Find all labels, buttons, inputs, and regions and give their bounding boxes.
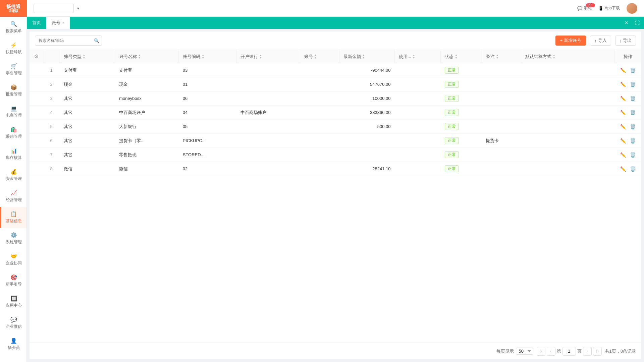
sidebar-item-operations[interactable]: 📈 经营管理 <box>0 186 26 207</box>
sidebar-item-guide[interactable]: 🎯 新手引导 <box>0 270 26 291</box>
tab-fullscreen-button[interactable]: ⛶ <box>633 19 641 27</box>
sidebar-item-inventory[interactable]: 📊 库存核算 <box>0 143 26 165</box>
topbar-search-input[interactable] <box>34 4 74 13</box>
import-button[interactable]: ↑ 导入 <box>590 36 611 46</box>
sidebar-item-quicknav[interactable]: ⚡ 快捷导航 <box>0 38 26 59</box>
row-status: 正常 <box>441 77 482 92</box>
user-avatar[interactable] <box>627 3 637 14</box>
edit-icon[interactable]: ✏️ <box>619 138 627 143</box>
row-status: 正常 <box>441 134 482 148</box>
tab-close-icon[interactable]: × <box>62 21 64 25</box>
delete-icon[interactable]: 🗑️ <box>629 82 637 87</box>
row-settings-cell <box>30 120 43 134</box>
prev-page-button[interactable]: ⟨ <box>547 347 555 356</box>
th-type[interactable]: 账号类型 ▲▼ <box>60 50 115 63</box>
row-account <box>300 162 339 176</box>
th-bank[interactable]: 开户银行 ▲▼ <box>236 50 300 63</box>
row-balance: 28241.10 <box>339 162 394 176</box>
column-settings-icon[interactable]: ⚙ <box>34 54 39 59</box>
delete-icon[interactable]: 🗑️ <box>629 166 637 172</box>
app-logo: 畅捷通 乐惠版 <box>0 0 27 17</box>
sidebar-item-basic-info[interactable]: 📋 基础信息 <box>0 207 26 228</box>
delete-icon[interactable]: 🗑️ <box>629 124 637 129</box>
row-index: 5 <box>43 120 60 134</box>
row-settings-cell <box>30 77 43 92</box>
th-code[interactable]: 账号编码 ▲▼ <box>179 50 236 63</box>
th-usage[interactable]: 使用... ▲▼ <box>394 50 440 63</box>
sidebar-item-system[interactable]: ⚙️ 系统管理 <box>0 228 26 249</box>
row-code: 05 <box>179 120 236 134</box>
edit-icon[interactable]: ✏️ <box>619 166 627 172</box>
export-button[interactable]: ↓ 导出 <box>615 36 636 46</box>
th-settings: ⚙ <box>30 50 43 63</box>
toolbar-right: + 新增账号 ↑ 导入 ↓ 导出 <box>555 36 636 46</box>
sidebar-item-retail[interactable]: 🛒 零售管理 <box>0 59 26 80</box>
sidebar-item-appcenter[interactable]: 🔲 应用中心 <box>0 291 26 312</box>
row-account <box>300 92 339 106</box>
row-actions: ✏️ 🗑️ <box>614 77 641 92</box>
next-page-button[interactable]: ⟩ <box>583 347 592 356</box>
row-usage <box>394 63 440 77</box>
row-type: 其它 <box>60 134 115 148</box>
sidebar-item-member[interactable]: 👤 畅会员 <box>0 334 26 355</box>
row-actions: ✏️ 🗑️ <box>614 63 641 77</box>
delete-icon[interactable]: 🗑️ <box>629 96 637 101</box>
row-settlement <box>521 134 614 148</box>
page-size-select[interactable]: 50 100 200 <box>516 348 533 355</box>
row-settings-cell <box>30 148 43 162</box>
system-icon: ⚙️ <box>3 232 25 238</box>
sidebar-item-collab[interactable]: 🤝 企业协同 <box>0 249 26 270</box>
topbar-app-download[interactable]: 📱 App下载 <box>598 5 620 11</box>
search-icon[interactable]: 🔍 <box>94 38 99 43</box>
sidebar-item-wholesale[interactable]: 📦 批发管理 <box>0 80 26 101</box>
row-type: 其它 <box>60 106 115 120</box>
table-row: 7 其它 零售抵现 STORED... 正常 ✏️ 🗑️ <box>30 148 641 162</box>
row-name: 零售抵现 <box>115 148 179 162</box>
th-settlement[interactable]: 默认结算方式 ▲▼ <box>521 50 614 63</box>
sidebar-item-ecommerce[interactable]: 💻 电商管理 <box>0 101 26 122</box>
row-status: 正常 <box>441 162 482 176</box>
last-page-button[interactable]: ⟩⟩ <box>593 347 602 356</box>
edit-icon[interactable]: ✏️ <box>619 110 627 115</box>
th-account[interactable]: 账号 ▲▼ <box>300 50 339 63</box>
tab-account[interactable]: 账号 × <box>46 17 70 29</box>
tab-home[interactable]: 首页 <box>27 17 46 29</box>
edit-icon[interactable]: ✏️ <box>619 82 627 87</box>
first-page-button[interactable]: ⟨⟨ <box>537 347 545 356</box>
topbar-dropdown[interactable]: ▾ <box>77 6 79 11</box>
th-balance[interactable]: 最新余额 ▲▼ <box>339 50 394 63</box>
table-wrap: ⚙ 账号类型 ▲▼ 账号名称 ▲▼ <box>30 50 641 343</box>
delete-icon[interactable]: 🗑️ <box>629 110 637 115</box>
row-index: 8 <box>43 162 60 176</box>
tabbar-actions: ✕ ⛶ <box>623 19 644 27</box>
page-number-input[interactable] <box>562 347 576 356</box>
th-status[interactable]: 状态 ▲▼ <box>441 50 482 63</box>
delete-icon[interactable]: 🗑️ <box>629 138 637 143</box>
tab-close-button[interactable]: ✕ <box>623 19 631 27</box>
account-search-input[interactable] <box>35 36 102 46</box>
sidebar-item-search[interactable]: 🔍 搜索菜单 <box>0 17 26 38</box>
toolbar-left: 🔍 <box>35 36 102 46</box>
edit-icon[interactable]: ✏️ <box>619 68 627 73</box>
th-index <box>43 50 60 63</box>
edit-icon[interactable]: ✏️ <box>619 124 627 129</box>
edit-icon[interactable]: ✏️ <box>619 96 627 101</box>
sidebar-item-purchase[interactable]: 🛍️ 采购管理 <box>0 122 26 143</box>
member-icon: 👤 <box>3 338 25 344</box>
delete-icon[interactable]: 🗑️ <box>629 68 637 73</box>
import-icon: ↑ <box>594 38 597 43</box>
message-badge: 99+ <box>586 3 595 7</box>
th-note[interactable]: 备注 ▲▼ <box>482 50 521 63</box>
row-bank <box>236 120 300 134</box>
sidebar-item-finance[interactable]: 💰 资金管理 <box>0 165 26 186</box>
edit-icon[interactable]: ✏️ <box>619 152 627 158</box>
row-bank: 中百商场账户 <box>236 106 300 120</box>
topbar-message[interactable]: 💬 消息 99+ <box>577 5 592 11</box>
row-code: 01 <box>179 77 236 92</box>
th-name[interactable]: 账号名称 ▲▼ <box>115 50 179 63</box>
row-account <box>300 63 339 77</box>
quicknav-icon: ⚡ <box>3 42 25 48</box>
add-account-button[interactable]: + 新增账号 <box>555 36 586 46</box>
sidebar-item-wechat[interactable]: 💬 企业微信 <box>0 312 26 334</box>
delete-icon[interactable]: 🗑️ <box>629 152 637 158</box>
